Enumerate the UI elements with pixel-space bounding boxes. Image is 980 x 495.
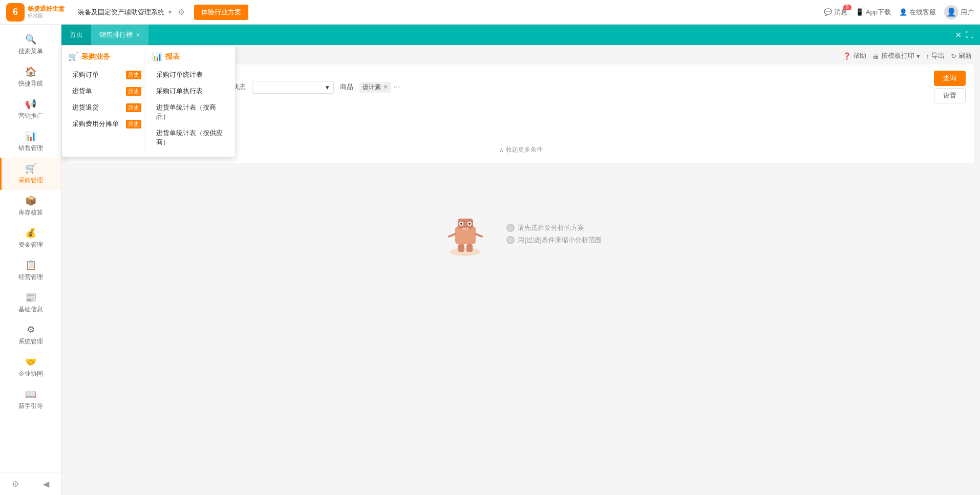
svg-rect-11	[466, 244, 473, 252]
sales-icon: 📊	[25, 131, 36, 142]
active-bar	[0, 158, 2, 190]
svg-line-9	[476, 234, 482, 236]
sidebar-item-coop[interactable]: 🤝 企业协同	[0, 351, 61, 383]
finance-icon: 💰	[25, 227, 36, 239]
sidebar-label-search: 搜索菜单	[18, 47, 43, 56]
service-icon: 👤	[899, 8, 907, 16]
goods-tag-close-icon[interactable]: ✕	[383, 83, 388, 91]
empty-state: ① 请先选择要分析的方案 ② 用[过滤]条件来缩小分析范围	[68, 167, 974, 300]
help-icon: ❓	[843, 52, 851, 60]
sidebar-item-inventory[interactable]: 📦 库存核算	[0, 190, 61, 222]
system-title: 装备及固定资产辅助管理系统	[78, 8, 164, 17]
sidebar-item-operation[interactable]: 📋 经营管理	[0, 254, 61, 287]
system-gear-icon[interactable]: ⚙	[178, 7, 185, 17]
tab-close-icon[interactable]: ✕	[136, 32, 140, 38]
print-icon: 🖨	[872, 52, 879, 60]
dropdown-sections: 🛒 采购业务 采购订单 历史 进货单 历史 进货退货 历史 采购费用分摊单 历史	[68, 52, 229, 150]
operation-icon: 📋	[25, 260, 36, 271]
sidebar-item-basic[interactable]: 📰 基础信息	[0, 287, 61, 319]
marketing-icon: 📢	[25, 98, 36, 110]
coop-icon: 🤝	[25, 356, 36, 368]
goods-label: 商品	[340, 82, 353, 92]
online-service-label: 在线客服	[909, 8, 936, 17]
purchase-expense-history: 历史	[126, 120, 141, 128]
tip2-num: ②	[506, 236, 515, 244]
help-btn[interactable]: ❓ 帮助	[843, 51, 866, 60]
print-dropdown-icon[interactable]: ▾	[917, 52, 920, 60]
sidebar-item-system[interactable]: ⚙ 系统管理	[0, 319, 61, 351]
setting-button[interactable]: 设置	[934, 88, 966, 103]
svg-line-8	[449, 234, 455, 236]
help-label: 帮助	[853, 51, 866, 60]
tab-home-label: 首页	[70, 30, 83, 39]
menu-item-receipt-stats-goods[interactable]: 进货单统计表（按商品）	[152, 99, 229, 125]
menu-item-order-exec[interactable]: 采购订单执行表	[152, 83, 229, 99]
purchase-order-history: 历史	[126, 71, 141, 79]
export-btn[interactable]: ↑ 导出	[926, 51, 945, 60]
goods-tag: 设计素 ✕	[359, 82, 391, 93]
doc-status-select[interactable]: ▾	[252, 81, 334, 94]
message-action[interactable]: 💬 消息 9	[824, 8, 847, 17]
goods-receipt-history: 历史	[126, 87, 141, 96]
report-section-icon: 📊	[152, 52, 162, 61]
user-action[interactable]: 👤 用户	[944, 5, 974, 19]
logo-icon: 6	[6, 3, 25, 21]
tip1-text: 请先选择要分析的方案	[518, 223, 584, 232]
tip2-text: 用[过滤]条件来缩小分析范围	[518, 235, 601, 245]
menu-item-goods-return[interactable]: 进货退货 历史	[68, 99, 145, 116]
menu-item-receipt-stats-supplier[interactable]: 进货单统计表（按供应商）	[152, 125, 229, 150]
sidebar-label-basic: 基础信息	[18, 305, 43, 314]
search-icon: 🔍	[25, 34, 36, 45]
report-section-title: 报表	[165, 52, 180, 61]
collapse-icon: ∧	[499, 146, 504, 154]
sidebar-item-guide[interactable]: 📖 新手引导	[0, 383, 61, 416]
sidebar-item-finance[interactable]: 💰 资金管理	[0, 222, 61, 254]
menu-item-order-stats[interactable]: 采购订单统计表	[152, 67, 229, 83]
sidebar-item-sales[interactable]: 📊 销售管理	[0, 125, 61, 158]
tab-home[interactable]: 首页	[61, 25, 91, 45]
phone-icon: 📱	[856, 8, 864, 16]
purchase-order-label: 采购订单	[72, 70, 99, 79]
online-service-action[interactable]: 👤 在线客服	[899, 8, 936, 17]
home-icon: 🏠	[25, 66, 36, 77]
app-download-action[interactable]: 📱 App下载	[856, 8, 891, 17]
menu-item-purchase-expense[interactable]: 采购费用分摊单 历史	[68, 116, 145, 132]
sidebar-item-search[interactable]: 🔍 搜索菜单	[0, 29, 61, 61]
svg-rect-7	[462, 228, 468, 229]
report-section-header: 📊 报表	[152, 52, 229, 61]
sidebar-label-guide: 新手引导	[18, 402, 43, 411]
tip1-num: ①	[506, 224, 515, 232]
purchase-section-title: 采购业务	[81, 52, 110, 61]
collapse-sidebar-icon[interactable]: ◀	[43, 479, 49, 489]
sidebar-label-inventory: 库存核算	[18, 208, 43, 217]
empty-illustration	[440, 208, 491, 260]
goods-tag-text: 设计素	[363, 83, 381, 92]
doc-status-dropdown-icon: ▾	[326, 83, 329, 91]
tab-maximize-icon[interactable]: ⛶	[966, 30, 974, 39]
menu-item-purchase-order[interactable]: 采购订单 历史	[68, 67, 145, 83]
system-dropdown-icon[interactable]: ▾	[168, 9, 172, 16]
tab-close-window-icon[interactable]: ✕	[955, 30, 962, 40]
tab-sales-rank[interactable]: 销售排行榜 ✕	[91, 25, 148, 45]
purchase-expense-label: 采购费用分摊单	[72, 119, 119, 128]
menu-item-goods-receipt[interactable]: 进货单 历史	[68, 83, 145, 99]
message-icon: 💬	[824, 8, 832, 16]
industry-btn[interactable]: 体验行业方案	[194, 5, 248, 20]
print-btn[interactable]: 🖨 按模板打印 ▾	[872, 51, 920, 60]
sidebar-label-sales: 销售管理	[18, 144, 43, 153]
empty-tip-1: ① 请先选择要分析的方案	[506, 223, 601, 232]
sidebar-item-purchase[interactable]: 🛒 采购管理	[0, 158, 61, 190]
report-section: 📊 报表 采购订单统计表 采购订单执行表 进货单统计表（按商品） 进货单统计表（…	[145, 52, 229, 150]
sidebar-item-marketing[interactable]: 📢 营销推广	[0, 93, 61, 125]
settings-bottom-icon[interactable]: ⚙	[12, 479, 19, 489]
sidebar-label-operation: 经营管理	[18, 273, 43, 282]
sidebar-item-quick-nav[interactable]: 🏠 快捷导航	[0, 61, 61, 93]
query-button[interactable]: 查询	[934, 71, 966, 86]
header-right: 💬 消息 9 📱 App下载 👤 在线客服 👤 用户	[824, 5, 974, 19]
basic-icon: 📰	[25, 292, 36, 303]
goods-more-btn[interactable]: ···	[393, 82, 400, 92]
goods-return-history: 历史	[126, 103, 141, 112]
logo-main: 畅捷通好生意	[28, 5, 65, 12]
refresh-btn[interactable]: ↻ 刷新	[951, 51, 972, 60]
collapse-label: 收起更多条件	[506, 145, 543, 154]
